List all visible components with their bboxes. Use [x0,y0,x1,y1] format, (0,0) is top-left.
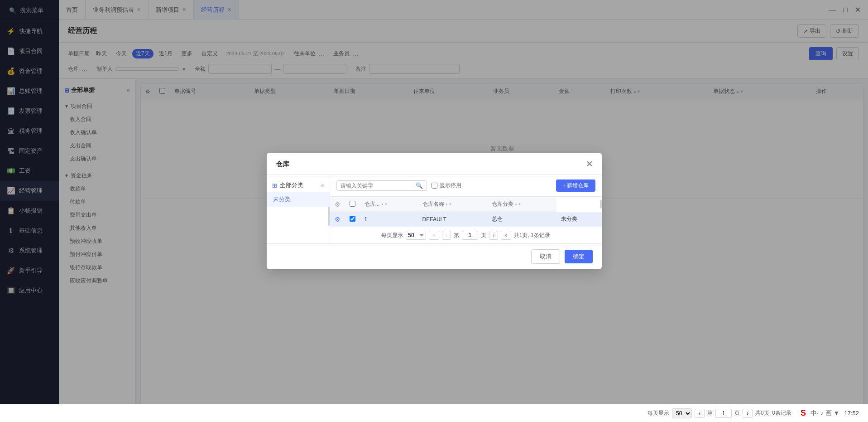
taskbar-prev-btn[interactable]: ‹ [695,409,705,418]
row-name-value: 总仓 [492,216,503,222]
modal-th-code[interactable]: 仓库... ▲▼ [360,197,418,212]
modal-per-page-select[interactable]: 50 20 100 [406,231,426,240]
modal-show-disabled-wrap: 显示停用 [432,182,461,189]
modal-right-panel: 🔍 显示停用 + 新增仓库 [330,175,602,243]
col-name-sortable: 仓库名称 ▲▼ [422,200,483,208]
modal-first-page-btn[interactable]: « [429,231,439,240]
row-settings-cell: ⚙ [330,212,345,227]
taskbar-total-info: 共0页, 0条记录 [755,409,791,417]
taskbar-per-page-select[interactable]: 50 [672,408,692,418]
modal-last-page-btn[interactable]: » [501,231,511,240]
row-id-value: 1 [364,216,368,223]
category-sort-arrows: ▲▼ [514,203,522,206]
row-name-cell: 总仓 [487,212,556,227]
modal-left-panel: ⊞ 全部分类 « 未分类 [267,175,330,243]
modal-page-input[interactable] [462,231,478,240]
modal-body: ⊞ 全部分类 « 未分类 [267,175,602,243]
modal-cancel-label: 取消 [540,253,551,260]
row-settings-icon[interactable]: ⚙ [335,216,340,223]
modal-prev-page-btn[interactable]: ‹ [442,231,451,240]
col-name-label: 仓库名称 [422,200,444,208]
modal-pagination: 每页显示 50 20 100 « ‹ 第 页 › » 共1页, 1条记录 [330,227,602,243]
taskbar-jump-label: 第 [707,409,713,417]
taskbar-time: 17:52 [844,410,859,417]
modal-search-wrap: 🔍 [336,180,427,191]
row-code-value: DEFAULT [422,216,446,223]
col-code-sortable: 仓库... ▲▼ [364,200,413,208]
modal-total-info: 共1页, 1条记录 [514,232,550,239]
modal-confirm-label: 确定 [573,253,585,260]
taskbar-icons: 中· ♪ 画 ▼ [810,409,839,417]
taskbar-page-input[interactable] [715,409,732,418]
taskbar-page-label: 页 [734,409,740,417]
modal-left-scroll-container: 未分类 [267,192,330,240]
col-code-label: 仓库... [364,200,380,208]
modal-th-settings: ⚙ [330,197,345,212]
show-disabled-label: 显示停用 [440,182,461,189]
modal-search-area: 🔍 显示停用 [336,180,461,191]
modal-th-name[interactable]: 仓库名称 ▲▼ [418,197,487,212]
modal-search-input[interactable] [340,183,416,189]
row-category-cell: 未分类 [556,212,602,227]
modal-th-checkbox [345,197,360,212]
modal-category-item-unclassified[interactable]: 未分类 [267,192,330,207]
row-checkbox[interactable] [350,216,355,222]
modal-per-page-label: 每页显示 [381,232,403,239]
modal-left-scrollbar[interactable] [328,207,330,226]
modal-all-category-label: 全部分类 [280,181,303,189]
taskbar-pagination: 每页显示 50 ‹ 第 页 › 共0页, 0条记录 [647,408,791,418]
modal-cancel-button[interactable]: 取消 [531,249,560,264]
warehouse-modal: 仓库 ✕ ⊞ 全部分类 « 未分类 [267,153,602,269]
row-id-cell: 1 [360,212,418,227]
add-warehouse-button[interactable]: + 新增仓库 [556,179,595,192]
modal-close-btn[interactable]: ✕ [586,159,593,169]
modal-page-label: 页 [481,232,486,239]
code-sort-arrows: ▲▼ [381,203,388,206]
modal-toolbar: 🔍 显示停用 + 新增仓库 [330,175,602,197]
modal-title: 仓库 [276,160,289,169]
modal-select-all-checkbox[interactable] [350,201,355,207]
modal-table-row[interactable]: ⚙ 1 DEFAULT [330,212,602,227]
add-warehouse-label: + 新增仓库 [562,182,589,189]
modal-table-header-row: ⚙ 仓库... ▲▼ [330,197,602,212]
modal-warehouse-table: ⚙ 仓库... ▲▼ [330,197,602,227]
taskbar-next-btn[interactable]: › [743,409,753,418]
category-icon: ⊞ [272,182,277,189]
modal-search-icon: 🔍 [416,182,423,189]
row-category-value: 未分类 [561,216,577,222]
modal-table-wrap: ⚙ 仓库... ▲▼ [330,197,602,227]
modal-settings-icon[interactable]: ⚙ [335,201,340,208]
taskbar-right: S 中· ♪ 画 ▼ 17:52 [801,408,859,418]
row-checkbox-cell [345,212,360,227]
show-disabled-checkbox[interactable] [432,183,437,189]
modal-confirm-button[interactable]: 确定 [565,250,593,263]
modal-footer: 取消 确定 [267,243,602,269]
taskbar-logo-s: S [801,408,806,418]
col-category-label: 仓库分类 [492,200,513,208]
col-category-sortable: 仓库分类 ▲▼ [492,200,552,208]
modal-jump-label: 第 [454,232,459,239]
modal-right-scrollbar[interactable] [600,200,602,209]
modal-category-all[interactable]: ⊞ 全部分类 « [267,179,330,192]
modal-header: 仓库 ✕ [267,153,602,175]
name-sort-arrows: ▲▼ [445,203,452,206]
taskbar-per-page-label: 每页显示 [647,409,669,417]
category-item-label: 未分类 [273,196,291,203]
modal-right-scroll-container: ⚙ 仓库... ▲▼ [330,197,602,227]
modal-next-page-btn[interactable]: › [489,231,498,240]
taskbar: 每页显示 50 ‹ 第 页 › 共0页, 0条记录 S 中· ♪ 画 ▼ 17:… [0,404,868,422]
modal-th-category[interactable]: 仓库分类 ▲▼ [487,197,556,212]
row-code-cell: DEFAULT [418,212,487,227]
modal-overlay: 仓库 ✕ ⊞ 全部分类 « 未分类 [0,0,868,422]
modal-left-collapse-btn[interactable]: « [321,182,324,189]
